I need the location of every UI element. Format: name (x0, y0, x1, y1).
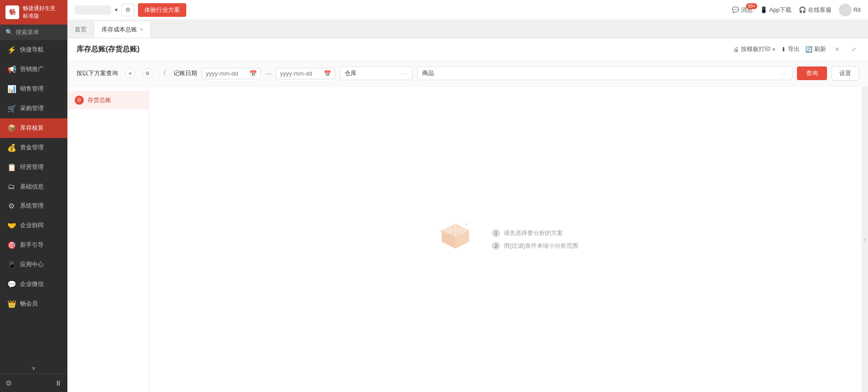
sidebar-item-finance[interactable]: 💰 资金管理 (0, 138, 67, 158)
basic-icon: 🗂 (7, 183, 15, 191)
support-icon: 🎧 (799, 6, 806, 13)
app-download-button[interactable]: 📱 App下载 (760, 6, 791, 14)
date-dash: — (266, 70, 271, 77)
empty-content: ✦ ✦ 1 请先选择要分析的方案 2 用[过滤]条件来缩小分析范围 (433, 217, 578, 262)
sidebar-item-inventory[interactable]: 📦 库存核算 (0, 118, 67, 138)
date-start-input[interactable] (206, 70, 247, 77)
sidebar-footer: ⚙ ⏸ (0, 374, 67, 392)
quick-nav-icon: ⚡ (7, 46, 15, 54)
svg-text:✦: ✦ (465, 222, 468, 227)
inventory-icon: 📦 (7, 124, 15, 132)
sidebar-search[interactable]: 🔍 搜索菜单 (0, 25, 67, 40)
user-avatar (839, 4, 852, 16)
system-icon: ⚙ (7, 202, 15, 210)
sales-icon: 📊 (7, 85, 15, 93)
sidebar-item-marketing[interactable]: 📢 营销推广 (0, 60, 67, 79)
empty-step-2: 2 用[过滤]条件来缩小分析范围 (492, 242, 578, 250)
step-2-text: 用[过滤]条件来缩小分析范围 (504, 242, 578, 250)
breadcrumb-dropdown[interactable]: ▾ (115, 6, 118, 13)
message-badge: 99+ (746, 3, 757, 9)
export-button[interactable]: ⬇ 导出 (781, 45, 800, 53)
breadcrumb (75, 5, 111, 15)
tab-home[interactable]: 首页 (67, 21, 94, 38)
filter-collapse-button[interactable]: 《 (160, 69, 166, 77)
user-menu[interactable]: Rit (839, 4, 861, 16)
calendar-end-icon[interactable]: 📅 (324, 70, 331, 77)
query-button[interactable]: 查询 (797, 66, 827, 80)
date-range-end[interactable]: 📅 (276, 68, 335, 79)
tab-inventory-ledger[interactable]: 库存成本总账 × (94, 21, 151, 38)
page-header: 库存总账(存货总账) 🖨 按模板打印 ▾ ⬇ 导出 🔄 刷新 ✕ ⤢ (67, 38, 868, 61)
logo-icon: 畅 (5, 5, 19, 19)
empty-illustration: ✦ ✦ (433, 217, 478, 262)
goods-more-icon[interactable]: ··· (781, 70, 787, 77)
sidebar-item-system[interactable]: ⚙ 系统管理 (0, 196, 67, 216)
warehouse-more-icon[interactable]: ··· (401, 70, 408, 77)
sidebar-item-wechat[interactable]: 💬 企业微信 (0, 275, 67, 294)
empty-step-1: 1 请先选择要分析的方案 (492, 229, 578, 237)
warehouse-select[interactable]: 仓库 ··· (340, 66, 413, 80)
topbar: ▾ ⚙ 体验行业方案 💬 消息 99+ 📱 App下载 🎧 在线客服 Rit (67, 0, 868, 20)
step-1-number: 1 (492, 229, 500, 237)
refresh-button[interactable]: 🔄 刷新 (805, 45, 826, 53)
sidebar-item-basic[interactable]: 🗂 基础信息 (0, 177, 67, 196)
gear-button[interactable]: ⚙ (122, 4, 134, 16)
filter-bar: 按以下方案查询 + ⚙ 《 记账日期 📅 — 📅 仓库 ··· (67, 61, 868, 87)
svg-text:✦: ✦ (439, 229, 443, 234)
sidebar-item-label: 新手引导 (20, 241, 44, 249)
date-end-input[interactable] (280, 70, 321, 77)
member-icon: 👑 (7, 300, 15, 308)
appstore-icon: 📱 (7, 260, 15, 269)
sidebar-item-label: 资金管理 (20, 143, 44, 152)
right-panel-toggle[interactable]: › (862, 87, 868, 392)
empty-text: 1 请先选择要分析的方案 2 用[过滤]条件来缩小分析范围 (492, 229, 578, 250)
industry-solution-button[interactable]: 体验行业方案 (138, 3, 186, 17)
sidebar-item-label: 应用中心 (20, 260, 44, 269)
expand-button[interactable]: ⤢ (848, 44, 859, 55)
settings-footer-icon[interactable]: ⚙ (5, 379, 12, 387)
date-range-start[interactable]: 📅 (202, 68, 261, 79)
search-label: 搜索菜单 (15, 28, 39, 36)
search-icon: 🔍 (5, 29, 13, 36)
enterprise-icon: 🤝 (7, 221, 15, 230)
sidebar-item-operation[interactable]: 📋 经营管理 (0, 158, 67, 177)
topbar-right: 💬 消息 99+ 📱 App下载 🎧 在线客服 Rit (732, 4, 861, 16)
scheme-label: 存货总账 (87, 96, 111, 104)
sidebar-item-label: 企业协同 (20, 221, 44, 229)
home-tab-label: 首页 (75, 25, 87, 34)
sidebar-item-enterprise[interactable]: 🤝 企业协同 (0, 216, 67, 235)
guide-icon: 🎯 (7, 241, 15, 249)
sidebar-nav: ⚡ 快捷导航 📢 营销推广 📊 销售管理 🛒 采购管理 📦 库存核算 💰 资金管… (0, 40, 67, 363)
filter-manage-button[interactable]: ⚙ (143, 68, 153, 78)
sidebar-item-purchase[interactable]: 🛒 采购管理 (0, 99, 67, 118)
sidebar-item-label: 库存核算 (20, 124, 44, 132)
goods-select[interactable]: 商品 ··· (417, 66, 792, 80)
print-dropdown-icon[interactable]: ▾ (772, 46, 776, 53)
sidebar-item-member[interactable]: 👑 畅会员 (0, 294, 67, 314)
filter-controls: 记账日期 📅 — 📅 仓库 ··· 商品 ··· (174, 66, 859, 81)
sidebar-item-guide[interactable]: 🎯 新手引导 (0, 235, 67, 255)
message-icon: 💬 (732, 6, 739, 13)
sidebar-item-quick-nav[interactable]: ⚡ 快捷导航 (0, 40, 67, 60)
collapse-icon[interactable]: ⏸ (55, 379, 62, 387)
calendar-start-icon[interactable]: 📅 (250, 70, 257, 77)
sidebar-item-appstore[interactable]: 📱 应用中心 (0, 255, 67, 275)
close-panel-button[interactable]: ✕ (832, 44, 842, 55)
marketing-icon: 📢 (7, 65, 15, 74)
app-logo[interactable]: 畅 畅捷通好生意 标准版 (0, 0, 67, 25)
date-filter-label: 记账日期 (174, 69, 197, 77)
online-support-button[interactable]: 🎧 在线客服 (799, 6, 832, 14)
sidebar-item-label: 基础信息 (20, 183, 44, 191)
settings-button[interactable]: 设置 (832, 66, 859, 81)
filter-add-button[interactable]: + (125, 68, 135, 78)
message-button[interactable]: 💬 消息 99+ (732, 6, 753, 14)
tab-close-icon[interactable]: × (140, 26, 143, 33)
print-button[interactable]: 🖨 按模板打印 ▾ (733, 45, 776, 53)
sidebar-item-sales[interactable]: 📊 销售管理 (0, 79, 67, 99)
wechat-icon: 💬 (7, 280, 15, 289)
scheme-item-inventory-ledger[interactable]: 存 存货总账 (67, 91, 149, 109)
sidebar-item-label: 销售管理 (20, 85, 44, 93)
sidebar-scroll-down[interactable]: ▼ (0, 363, 67, 374)
step-2-number: 2 (492, 242, 500, 250)
warehouse-label: 仓库 (345, 69, 357, 77)
